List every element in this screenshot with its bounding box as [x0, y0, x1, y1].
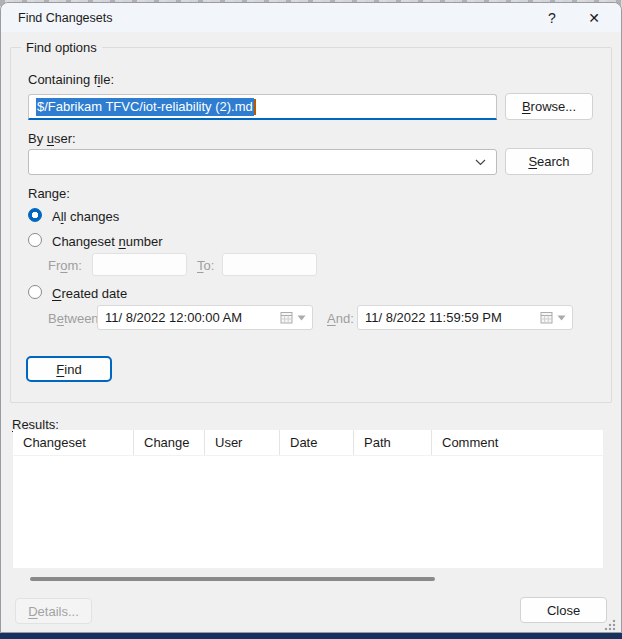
resize-grip[interactable]	[604, 619, 616, 631]
dialog-title: Find Changesets	[1, 11, 113, 25]
between-date-picker: 11/ 8/2022 12:00:00 AM	[97, 305, 313, 330]
find-changesets-dialog: { "window": { "title": "Find Changesets"…	[0, 0, 622, 639]
help-icon: ?	[548, 10, 556, 26]
column-header-change[interactable]: Change	[134, 430, 205, 455]
horizontal-scrollbar-thumb[interactable]	[30, 577, 435, 581]
results-header-row: Changeset Change User Date Path Comment	[13, 430, 603, 456]
column-header-user[interactable]: User	[205, 430, 280, 455]
column-header-comment[interactable]: Comment	[432, 430, 603, 455]
radio-created-date-label: Created date	[52, 286, 127, 301]
from-label: From:	[48, 258, 82, 273]
and-date-picker: 11/ 8/2022 11:59:59 PM	[357, 305, 573, 330]
between-date-value: 11/ 8/2022 12:00:00 AM	[105, 310, 242, 325]
column-header-changeset[interactable]: Changeset	[13, 430, 134, 455]
chevron-down-icon	[475, 159, 486, 166]
text-caret	[254, 99, 256, 115]
radio-changeset-number[interactable]	[28, 233, 42, 247]
and-label: And:	[327, 311, 354, 326]
containing-file-value: $/Fabrikam TFVC/iot-reliability (2).md	[36, 98, 254, 116]
browse-button[interactable]: Browse...	[505, 93, 593, 120]
by-user-combobox[interactable]	[28, 149, 497, 175]
details-button: Details...	[15, 598, 92, 624]
from-input	[92, 253, 187, 276]
and-date-value: 11/ 8/2022 11:59:59 PM	[365, 310, 502, 325]
find-options-group-label: Find options	[21, 40, 102, 55]
containing-file-label: Containing file:	[28, 72, 114, 87]
radio-created-date[interactable]	[28, 285, 42, 299]
close-window-button[interactable]: ✕	[573, 3, 615, 32]
background-bottom-bar	[0, 633, 622, 639]
calendar-icon	[280, 311, 306, 324]
to-input	[222, 253, 317, 276]
close-button[interactable]: Close	[520, 597, 607, 623]
close-icon: ✕	[588, 10, 600, 26]
by-user-label: By user:	[28, 131, 76, 146]
radio-all-changes[interactable]	[28, 208, 42, 222]
radio-all-changes-label: All changes	[52, 209, 119, 224]
chevron-down-icon	[297, 315, 306, 321]
find-button[interactable]: Find	[26, 356, 112, 382]
search-button[interactable]: Search	[505, 148, 593, 175]
column-header-date[interactable]: Date	[280, 430, 354, 455]
chevron-down-icon	[557, 315, 566, 321]
to-label: To:	[197, 258, 214, 273]
containing-file-input[interactable]: $/Fabrikam TFVC/iot-reliability (2).md	[28, 94, 497, 120]
calendar-icon	[540, 311, 566, 324]
results-list[interactable]: Changeset Change User Date Path Comment	[13, 430, 603, 568]
between-label: Between:	[48, 311, 102, 326]
range-label: Range:	[28, 186, 70, 201]
column-header-path[interactable]: Path	[354, 430, 432, 455]
radio-changeset-number-label: Changeset number	[52, 234, 163, 249]
help-button[interactable]: ?	[531, 3, 573, 32]
title-bar: Find Changesets ? ✕	[1, 3, 621, 32]
